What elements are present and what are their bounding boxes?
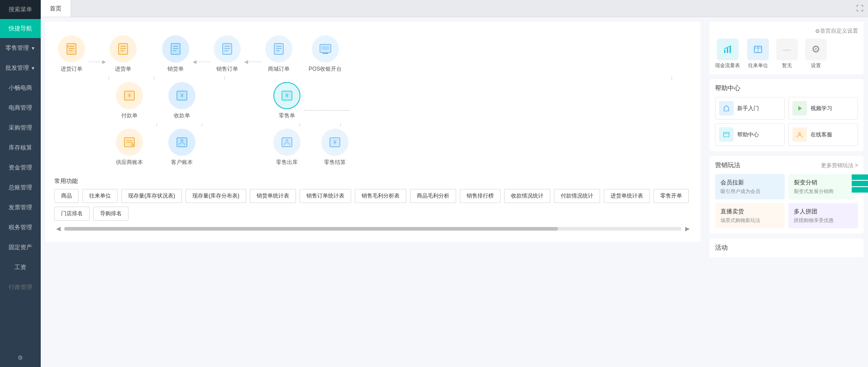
help-item-center[interactable]: 帮助中心: [715, 123, 785, 146]
tab-home[interactable]: 首页: [41, 0, 71, 17]
help-item-service[interactable]: 在线客服: [788, 123, 858, 146]
btn-purchase-stat[interactable]: 进货单统计表: [604, 189, 650, 203]
arrow-v-pos: ↓: [652, 73, 692, 82]
common-title: 常用功能: [54, 177, 692, 185]
quick-icon-units[interactable]: 往来单位: [747, 39, 769, 69]
btn-guide-rank[interactable]: 导购排名: [93, 207, 129, 221]
flow-node-pos[interactable]: POS收银开台: [305, 35, 345, 73]
sidebar-search[interactable]: 搜索菜单: [0, 0, 41, 19]
scroll-left-arrow[interactable]: ◀: [54, 224, 62, 233]
btn-sales-profit[interactable]: 销售毛利分析表: [355, 189, 406, 203]
flow-node-retail-outbound[interactable]: 零售出库: [270, 129, 304, 166]
btn-sales-order-stat[interactable]: 销售订单统计表: [300, 189, 351, 203]
svg-text:¥: ¥: [128, 92, 131, 99]
marketing-card: 营销玩法 更多营销玩法 > 会员拉新 吸引用户成为会员 裂变分销 裂变式发展分销…: [710, 156, 863, 234]
flow-node-sales-order[interactable]: 销售订单: [210, 35, 244, 73]
flow-card: 进货订单 ▶: [45, 22, 701, 242]
help-grid: 新手入门 视频学习: [715, 97, 858, 146]
arrow-right-icon: ▶: [102, 59, 106, 65]
sidebar-item-invoice[interactable]: 发票管理: [0, 198, 41, 217]
expand-button[interactable]: ⛶: [852, 5, 868, 13]
float-btn-community[interactable]: 服务社区: [852, 181, 868, 186]
float-btn-service[interactable]: 客服热线: [852, 174, 868, 180]
flow-node-supplier[interactable]: $ 供应商账本: [112, 129, 147, 166]
arrow-v-receipt: ↓: [140, 73, 167, 82]
btn-goods[interactable]: 商品: [54, 189, 79, 203]
sidebar-item-admin[interactable]: 行政管理: [0, 277, 41, 297]
btn-receipt-stat[interactable]: 收款情况统计: [504, 189, 550, 203]
btn-stock-dist[interactable]: 现存量(库存分布表): [186, 189, 246, 203]
help-item-beginner[interactable]: 新手入门: [715, 97, 785, 120]
flow-node-sales-bill[interactable]: 销货单: [158, 35, 193, 73]
arrow-v-retail-order: ↓: [286, 120, 313, 129]
marketing-more[interactable]: 更多营销玩法 >: [821, 162, 858, 169]
scroll-track[interactable]: [64, 227, 682, 231]
flow-node-retail-order[interactable]: ¥ 零售单: [270, 82, 304, 120]
help-item-video[interactable]: 视频学习: [788, 97, 858, 120]
flow-node-receipt[interactable]: ¥ 收款单: [165, 82, 199, 120]
flow-node-retail-settlement[interactable]: ¥ 零售结算: [318, 129, 352, 166]
svg-text:¥: ¥: [180, 92, 184, 99]
content-row: 进货订单 ▶: [41, 17, 868, 367]
tab-bar: 首页 ⛶: [41, 0, 868, 17]
flow-node-purchase-bill[interactable]: 进货单: [106, 35, 140, 73]
marketing-item-group[interactable]: 多人拼团 拼团购物享受优惠: [788, 203, 858, 228]
common-buttons: 商品 往来单位 现存量(库存状况表) 现存量(库存分布表) 销货单统计表 销售订…: [54, 189, 692, 221]
sidebar-item-finance[interactable]: 资金管理: [0, 158, 41, 178]
scroll-right-arrow[interactable]: ▶: [683, 224, 692, 233]
sidebar-item-ledger[interactable]: 总账管理: [0, 178, 41, 198]
arrow-v-retail-settle: ↓: [327, 120, 354, 129]
btn-retail-order[interactable]: 零售开单: [653, 189, 689, 203]
svg-rect-0: [67, 43, 76, 54]
flow-node-purchase-order[interactable]: 进货订单: [54, 35, 89, 73]
service-icon: [792, 127, 807, 142]
quick-icon-cashflow[interactable]: 现金流量表: [715, 39, 740, 69]
sidebar-item-inventory[interactable]: 库存核算: [0, 138, 41, 158]
flow-node-payment[interactable]: ¥ 付款单: [112, 82, 147, 120]
sidebar-item-assets[interactable]: 固定资产: [0, 237, 41, 257]
arrow-v-retail: ↓: [211, 73, 238, 82]
quick-access-header[interactable]: ⚙ 首页自定义设置: [715, 27, 858, 35]
sidebar-item-ecom-mgmt[interactable]: 电商管理: [0, 98, 41, 118]
sidebar-item-tax[interactable]: 税务管理: [0, 217, 41, 237]
btn-stock-status[interactable]: 现存量(库存状况表): [121, 189, 182, 203]
quick-icons: 现金流量表 往来单位: [715, 39, 858, 69]
svg-text:¥: ¥: [285, 92, 289, 99]
flow-node-customer[interactable]: 客户账本: [165, 129, 199, 166]
sidebar-item-retail[interactable]: 零售管理▼: [0, 38, 41, 58]
arrow-v-receipt-2: ↓: [188, 120, 215, 129]
marketing-item-fission[interactable]: 裂变分销 裂变式发展分销商: [788, 174, 858, 199]
sidebar-item-salary[interactable]: 工资: [0, 257, 41, 277]
scroll-thumb: [64, 227, 558, 231]
sidebar-item-ecom[interactable]: 小畅电商: [0, 78, 41, 98]
main-area: 首页 ⛶: [41, 0, 868, 367]
svg-rect-20: [274, 43, 283, 54]
btn-goods-profit[interactable]: 商品毛利分析: [410, 189, 456, 203]
video-icon: [792, 101, 807, 116]
svg-rect-10: [171, 43, 180, 54]
chevron-down-icon: ▼: [31, 66, 35, 71]
marketing-item-live[interactable]: 直播卖货 场景式购物新玩法: [715, 203, 785, 228]
btn-sales-rank[interactable]: 销售排行榜: [460, 189, 501, 203]
cashflow-icon: [717, 39, 739, 60]
sidebar-item-wholesale[interactable]: 批发管理▼: [0, 58, 41, 78]
btn-payment-stat[interactable]: 付款情况统计: [554, 189, 600, 203]
common-section: 常用功能 商品 往来单位 现存量(库存状况表) 现存量(库存分布表) 销货单统计…: [54, 177, 692, 221]
sidebar-settings[interactable]: ⚙: [0, 348, 41, 367]
help-card: 帮助中心 新手入门: [710, 79, 863, 151]
btn-units[interactable]: 往来单位: [82, 189, 118, 203]
sidebar: 搜索菜单 快捷导航 零售管理▼ 批发管理▼ 小畅电商 电商管理 采购管理 库存核…: [0, 0, 41, 367]
float-btn-desktop[interactable]: 桌面快捷: [852, 187, 868, 193]
quick-icon-settings[interactable]: ⚙ 设置: [805, 39, 827, 69]
svg-rect-55: [727, 48, 728, 53]
sidebar-nav-highlight[interactable]: 快捷导航: [0, 19, 41, 38]
sidebar-item-purchase[interactable]: 采购管理: [0, 118, 41, 138]
flow-node-mall-order[interactable]: 商城订单: [262, 35, 296, 73]
marketing-item-member[interactable]: 会员拉新 吸引用户成为会员: [715, 174, 785, 199]
arrow-h-3: ▶: [244, 59, 262, 73]
empty-icon: —: [776, 39, 798, 60]
btn-store-rank[interactable]: 门店排名: [54, 207, 90, 221]
svg-text:¥: ¥: [333, 139, 337, 145]
scrollbar-row: ◀ ▶: [54, 224, 692, 233]
btn-sales-stat[interactable]: 销货单统计表: [250, 189, 296, 203]
